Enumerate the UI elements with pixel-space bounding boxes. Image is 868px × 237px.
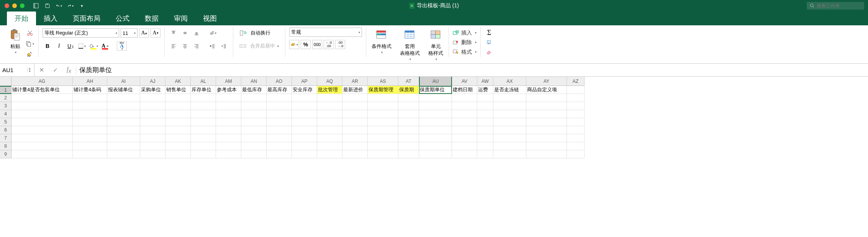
cell[interactable]	[398, 102, 419, 110]
cell[interactable]	[452, 94, 477, 102]
cell[interactable]	[368, 150, 398, 158]
cell[interactable]	[165, 142, 191, 150]
cell[interactable]	[292, 150, 317, 158]
cell[interactable]	[317, 126, 342, 134]
ribbon-tab-4[interactable]: 数据	[137, 12, 166, 25]
cell[interactable]: 是否走冻链	[493, 86, 526, 94]
cell[interactable]	[567, 110, 585, 118]
cell[interactable]	[73, 126, 107, 134]
row-header[interactable]: 7	[0, 134, 11, 142]
cell[interactable]	[165, 126, 191, 134]
cell[interactable]	[317, 150, 342, 158]
ribbon-tab-2[interactable]: 页面布局	[65, 12, 108, 25]
column-header[interactable]: AH	[73, 77, 107, 86]
cell[interactable]	[368, 134, 398, 142]
cell[interactable]	[191, 126, 216, 134]
cut-button[interactable]	[25, 28, 34, 38]
cell[interactable]	[419, 150, 452, 158]
column-header[interactable]: AV	[452, 77, 477, 86]
formula-input[interactable]	[76, 66, 868, 74]
wrap-text-button[interactable]: 自动换行	[237, 28, 273, 38]
cell[interactable]: 保质期	[398, 86, 419, 94]
align-left-button[interactable]	[169, 41, 179, 51]
column-header[interactable]: AU	[419, 77, 452, 86]
cell[interactable]: 保质期单位	[419, 86, 452, 94]
cell[interactable]	[526, 150, 567, 158]
maximize-window-button[interactable]	[20, 3, 25, 8]
cell[interactable]	[317, 118, 342, 126]
cell[interactable]	[398, 94, 419, 102]
fx-button[interactable]: fx	[62, 64, 76, 76]
cell[interactable]	[493, 126, 526, 134]
cell[interactable]	[107, 134, 140, 142]
cell[interactable]	[107, 142, 140, 150]
cancel-formula-button[interactable]: ✕	[34, 64, 48, 76]
cell[interactable]	[11, 102, 73, 110]
cell-styles-button[interactable]: 单元 格样式▾	[427, 28, 445, 62]
cell[interactable]	[216, 142, 241, 150]
cell[interactable]	[216, 102, 241, 110]
cell[interactable]	[567, 150, 585, 158]
cell[interactable]	[292, 142, 317, 150]
cell[interactable]	[11, 94, 73, 102]
ribbon-tab-1[interactable]: 插入	[36, 12, 65, 25]
cell[interactable]	[11, 142, 73, 150]
align-bottom-button[interactable]	[192, 28, 201, 38]
cell[interactable]	[368, 126, 398, 134]
cell[interactable]	[140, 102, 165, 110]
cell[interactable]	[419, 126, 452, 134]
cell[interactable]	[526, 118, 567, 126]
align-top-button[interactable]	[169, 28, 179, 38]
cell[interactable]	[140, 118, 165, 126]
cell[interactable]	[526, 102, 567, 110]
column-header[interactable]: AZ	[567, 77, 585, 86]
cell[interactable]	[165, 150, 191, 158]
cell[interactable]	[11, 126, 73, 134]
align-right-button[interactable]	[192, 41, 201, 51]
align-middle-button[interactable]	[180, 28, 190, 38]
cell[interactable]	[107, 110, 140, 118]
cell[interactable]	[452, 150, 477, 158]
column-header[interactable]: AJ	[140, 77, 165, 86]
cell[interactable]	[477, 150, 493, 158]
cell[interactable]	[140, 134, 165, 142]
bold-button[interactable]: B	[43, 41, 52, 51]
cell[interactable]	[73, 142, 107, 150]
cell[interactable]: 采购单位	[140, 86, 165, 94]
number-format-select[interactable]: 常规▾	[289, 28, 362, 37]
merge-center-button[interactable]: 合并后居中 ▾	[237, 41, 281, 51]
row-header[interactable]: 5	[0, 118, 11, 126]
cell[interactable]	[477, 110, 493, 118]
select-all-corner[interactable]	[0, 77, 11, 86]
cell[interactable]	[107, 118, 140, 126]
cell[interactable]	[216, 150, 241, 158]
cell[interactable]	[567, 134, 585, 142]
cell[interactable]: 报表辅单位	[107, 86, 140, 94]
format-table-button[interactable]: 套用 表格格式▾	[398, 28, 421, 62]
cell[interactable]	[477, 134, 493, 142]
column-header[interactable]: AK	[165, 77, 191, 86]
cell[interactable]	[191, 150, 216, 158]
cell[interactable]: 库存单位	[191, 86, 216, 94]
cell[interactable]	[165, 110, 191, 118]
cell[interactable]: 商品自定义项	[526, 86, 567, 94]
copy-button[interactable]: ▾	[25, 39, 34, 48]
column-header[interactable]: AX	[493, 77, 526, 86]
cell[interactable]	[292, 110, 317, 118]
row-header[interactable]: 9	[0, 150, 11, 158]
ribbon-tab-3[interactable]: 公式	[108, 12, 137, 25]
column-header[interactable]: AR	[342, 77, 368, 86]
cell[interactable]	[567, 118, 585, 126]
cell[interactable]	[165, 102, 191, 110]
cell[interactable]	[567, 94, 585, 102]
currency-button[interactable]: ▾	[289, 40, 299, 49]
cell[interactable]	[398, 126, 419, 134]
cell[interactable]	[267, 142, 292, 150]
insert-cells-button[interactable]: 插入▾	[453, 28, 477, 37]
column-header[interactable]: AI	[107, 77, 140, 86]
cell[interactable]	[73, 118, 107, 126]
decrease-font-button[interactable]: A▾	[151, 28, 160, 38]
row-header[interactable]: 6	[0, 126, 11, 134]
cell[interactable]	[292, 102, 317, 110]
cell[interactable]: 批次管理	[317, 86, 342, 94]
